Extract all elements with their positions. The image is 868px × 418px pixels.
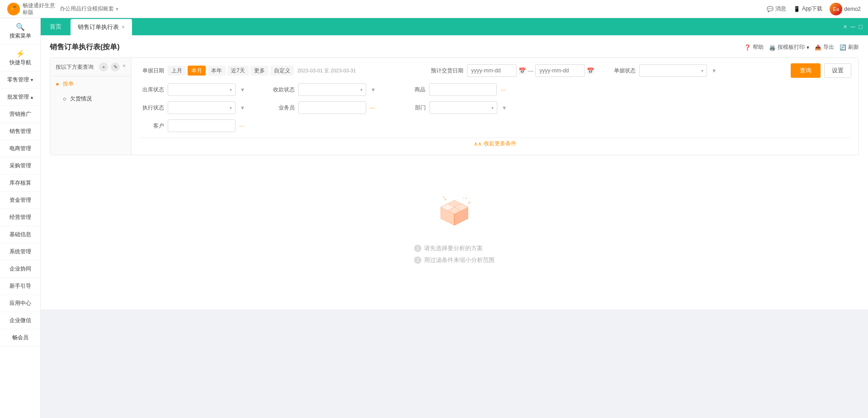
minimize-icon[interactable]: ─ [851, 23, 855, 30]
svg-text:✦: ✦ [442, 195, 445, 200]
filter-field-delivery: 出库状态 ▾ [139, 83, 244, 96]
exec-status-select[interactable] [168, 101, 236, 114]
page-header: 销售订单执行表(按单) ❓ 帮助 🖨️ 按模板打印 ▾ 📤 [50, 43, 859, 52]
sidebar-item-marketing[interactable]: 营销推广 [0, 106, 40, 123]
logo-area: 🍊 畅捷通好生意 标版 [7, 2, 55, 15]
delivery-status-select[interactable] [168, 83, 236, 96]
dept-wrap [429, 101, 497, 114]
close-window-icon[interactable]: × [843, 23, 847, 30]
expected-date-start[interactable] [467, 64, 517, 77]
print-dropdown-icon[interactable]: ▾ [807, 44, 809, 51]
sidebar-item-system[interactable]: 系统管理 [0, 243, 40, 261]
sidebar-item-onboarding[interactable]: 新手引导 [0, 278, 40, 295]
receipt-status-select[interactable] [298, 83, 366, 96]
message-button[interactable]: 💬 消息 [767, 5, 786, 13]
order-status-expand-icon[interactable]: ▾ [712, 67, 716, 74]
scheme-item-order[interactable]: ● 按单 [50, 76, 131, 91]
sidebar-item-wholesale[interactable]: 批发管理 ▴ [0, 89, 40, 106]
refresh-icon: 🔄 [840, 44, 846, 51]
chevron-up-icon: ▴ [31, 95, 33, 100]
sidebar-item-purchase[interactable]: 采购管理 [0, 157, 40, 175]
help-button[interactable]: ❓ 帮助 [744, 43, 764, 51]
search-button[interactable]: 查询 [791, 63, 821, 78]
tab-home[interactable]: 首页 [41, 18, 71, 35]
date-separator: — [528, 67, 533, 74]
print-button[interactable]: 🖨️ 按模板打印 ▾ [769, 43, 809, 51]
product-input[interactable] [429, 83, 497, 96]
scheme-header: 按以下方案查询 + ✎ « [50, 58, 131, 76]
exec-status-wrap [168, 101, 236, 114]
refresh-button[interactable]: 🔄 刷新 [840, 43, 859, 51]
calendar-start-icon[interactable]: 📅 [519, 67, 526, 74]
filter-row-3: 执行状态 ▾ 业务员 [139, 101, 851, 114]
settings-button[interactable]: 设置 [824, 63, 851, 78]
search-icon: 🔍 [2, 23, 38, 31]
sidebar-item-appstore[interactable]: 应用中心 [0, 295, 40, 312]
sidebar-item-inventory[interactable]: 库存核算 [0, 175, 40, 192]
sidebar-item-member[interactable]: 畅会员 [0, 329, 40, 347]
dept-label: 部门 [401, 104, 426, 112]
filter-row-4: 客户 ··· [139, 119, 851, 132]
svg-point-8 [468, 202, 471, 204]
maximize-icon[interactable]: □ [859, 23, 863, 30]
customer-more-icon[interactable]: ··· [239, 122, 245, 129]
salesperson-input[interactable] [298, 101, 366, 114]
sidebar-item-basic[interactable]: 基础信息 [0, 226, 40, 243]
calendar-end-icon[interactable]: 📅 [587, 67, 594, 74]
help-icon: ❓ [744, 44, 751, 51]
receipt-status-label: 收款状态 [269, 86, 295, 94]
date-range-input: 📅 — 📅 [467, 64, 594, 77]
scheme-subitem-icon: ○ [63, 95, 66, 102]
dept-dropdown-icon[interactable]: ▾ [503, 104, 506, 111]
filter-row-2: 出库状态 ▾ 收款状态 [139, 83, 851, 96]
date-tag-last-month[interactable]: 上月 [168, 66, 186, 76]
sidebar-item-finance[interactable]: 资金管理 [0, 192, 40, 209]
export-button[interactable]: 📤 导出 [815, 43, 834, 51]
dept-select[interactable] [429, 101, 497, 114]
sidebar-item-sales[interactable]: 销售管理 [0, 123, 40, 140]
sidebar-item-search[interactable]: 🔍 搜索菜单 [0, 18, 40, 45]
sidebar-item-ecommerce[interactable]: 电商管理 [0, 140, 40, 157]
order-status-select[interactable] [639, 64, 707, 77]
date-tag-last-7-days[interactable]: 近7天 [227, 66, 249, 76]
date-tag-current-month[interactable]: 本月 [188, 66, 206, 76]
tab-sales-order[interactable]: 销售订单执行表 × [71, 19, 132, 35]
page-actions: ❓ 帮助 🖨️ 按模板打印 ▾ 📤 导出 � [744, 43, 859, 51]
filter-field-salesperson: 业务员 ··· [269, 101, 375, 114]
breadcrumb[interactable]: 办公用品行业模拟账套 ▾ [60, 5, 118, 13]
scheme-panel: 按以下方案查询 + ✎ « [50, 58, 132, 155]
sidebar-item-retail[interactable]: 零售管理 ▾ [0, 71, 40, 89]
collapse-row[interactable]: ∧∧ 收起更多条件 [139, 138, 851, 149]
scheme-collapse-button[interactable]: « [123, 62, 126, 71]
scheme-edit-button[interactable]: ✎ [111, 62, 120, 71]
date-tag-current-year[interactable]: 本年 [208, 66, 226, 76]
sidebar-item-quick-nav[interactable]: ⚡ 快捷导航 [0, 45, 40, 71]
date-tag-custom[interactable]: 自定义 [270, 66, 294, 76]
delivery-status-wrap [168, 83, 236, 96]
filter-field-exec: 执行状态 ▾ [139, 101, 244, 114]
filter-field-product: 商品 ··· [400, 83, 506, 96]
tip-num-2: 2 [414, 256, 421, 264]
content-body: 按以下方案查询 + ✎ « [50, 57, 859, 155]
empty-tip-2: 2 用过滤条件来缩小分析范围 [414, 254, 495, 266]
customer-input[interactable] [168, 119, 236, 132]
sidebar-item-wechat[interactable]: 企业微信 [0, 312, 40, 329]
tab-bar: 首页 销售订单执行表 × × ─ □ [41, 18, 868, 35]
scheme-add-button[interactable]: + [99, 62, 108, 71]
svg-point-7 [463, 198, 464, 199]
product-more-icon[interactable]: ··· [500, 86, 506, 93]
quick-nav-icon: ⚡ [2, 49, 38, 58]
user-menu[interactable]: Ea demo2 [830, 3, 861, 15]
sidebar-item-enterprise[interactable]: 企业协同 [0, 261, 40, 278]
exec-dropdown-icon[interactable]: ▾ [241, 104, 244, 111]
breadcrumb-dropdown-icon[interactable]: ▾ [116, 6, 118, 12]
tab-close-icon[interactable]: × [122, 24, 125, 30]
sidebar-item-operations[interactable]: 经营管理 [0, 209, 40, 226]
expected-date-end[interactable] [535, 64, 585, 77]
delivery-dropdown-icon[interactable]: ▾ [241, 86, 244, 93]
app-download-button[interactable]: 📱 App下载 [793, 5, 822, 13]
scheme-item-shortage[interactable]: ○ 欠货情况 [50, 91, 131, 106]
receipt-dropdown-icon[interactable]: ▾ [372, 86, 375, 93]
date-tag-more[interactable]: 更多 [250, 66, 269, 76]
salesperson-more-icon[interactable]: ··· [370, 104, 375, 111]
